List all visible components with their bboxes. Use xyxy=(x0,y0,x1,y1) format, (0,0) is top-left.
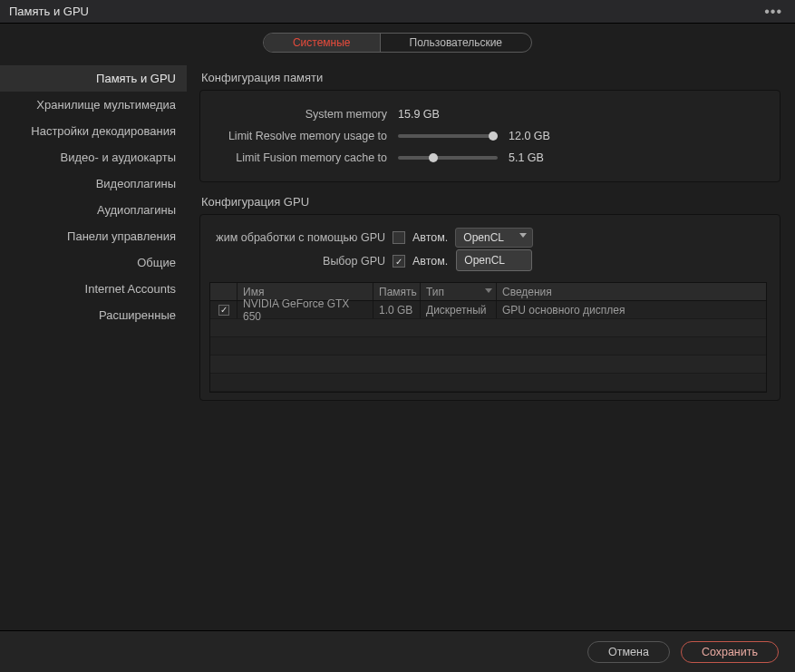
chevron-down-icon xyxy=(519,233,527,238)
sidebar-item-av-cards[interactable]: Видео- и аудиокарты xyxy=(0,144,187,170)
gpu-section-title: Конфигурация GPU xyxy=(201,195,780,209)
table-row-empty xyxy=(210,355,766,374)
gpu-table: Имя Память Тип Сведения NVIDIA GeForce G… xyxy=(209,282,767,393)
gpu-mode-auto-label: Автом. xyxy=(412,231,448,244)
resolve-limit-label: Limit Resolve memory usage to xyxy=(217,130,387,142)
system-memory-label: System memory xyxy=(217,108,387,121)
gpu-mode-dropdown[interactable]: OpenCL OpenCL xyxy=(455,228,533,248)
gpu-mode-label: жим обработки с помощью GPU xyxy=(209,231,385,244)
sort-icon xyxy=(485,288,492,293)
sidebar-item-advanced[interactable]: Расширенные xyxy=(0,302,187,328)
save-button[interactable]: Сохранить xyxy=(681,641,779,663)
main-content: Конфигурация памяти System memory 15.9 G… xyxy=(187,60,795,630)
col-info[interactable]: Сведения xyxy=(497,283,766,300)
footer: Отмена Сохранить xyxy=(0,630,795,672)
sidebar: Память и GPU Хранилище мультимедиа Настр… xyxy=(0,60,187,630)
cell-info: GPU основного дисплея xyxy=(497,301,766,318)
memory-section-title: Конфигурация памяти xyxy=(201,71,780,84)
gpu-select-label: Выбор GPU xyxy=(209,255,385,268)
tab-user[interactable]: Пользовательские xyxy=(380,34,532,52)
gpu-mode-option-opencl[interactable]: OpenCL xyxy=(457,250,531,270)
system-memory-value: 15.9 GB xyxy=(398,108,440,121)
memory-panel: System memory 15.9 GB Limit Resolve memo… xyxy=(199,90,780,182)
gpu-select-auto-checkbox[interactable] xyxy=(393,255,405,268)
gpu-table-header: Имя Память Тип Сведения xyxy=(210,283,766,301)
fusion-limit-slider[interactable] xyxy=(398,156,498,160)
segmented-tabs: Системные Пользовательские xyxy=(263,33,532,53)
resolve-limit-slider[interactable] xyxy=(398,134,498,138)
window-title: Память и GPU xyxy=(9,5,89,18)
gpu-select-auto-label: Автом. xyxy=(412,255,448,268)
cancel-button[interactable]: Отмена xyxy=(587,641,670,663)
gpu-mode-dropdown-value: OpenCL xyxy=(463,231,504,244)
col-name[interactable]: Имя xyxy=(238,283,373,300)
menu-dots-icon[interactable]: ••• xyxy=(761,4,786,20)
gpu-panel: жим обработки с помощью GPU Автом. OpenC… xyxy=(199,214,780,401)
cell-type: Дискретный xyxy=(421,301,497,318)
gpu-mode-dropdown-menu: OpenCL xyxy=(456,249,532,271)
cell-name: NVIDIA GeForce GTX 650 xyxy=(238,301,373,318)
col-type[interactable]: Тип xyxy=(421,283,497,300)
fusion-limit-value: 5.1 GB xyxy=(509,151,544,164)
gpu-mode-auto-checkbox[interactable] xyxy=(393,231,405,244)
sidebar-item-general[interactable]: Общие xyxy=(0,249,187,276)
resolve-limit-value: 12.0 GB xyxy=(509,130,550,142)
sidebar-item-audio-plugins[interactable]: Аудиоплагины xyxy=(0,197,187,223)
tab-system[interactable]: Системные xyxy=(264,34,380,52)
sidebar-item-media-storage[interactable]: Хранилище мультимедиа xyxy=(0,92,187,118)
sidebar-item-video-plugins[interactable]: Видеоплагины xyxy=(0,170,187,197)
fusion-limit-label: Limit Fusion memory cache to xyxy=(217,151,387,164)
titlebar: Память и GPU ••• xyxy=(0,0,795,24)
tabstrip: Системные Пользовательские xyxy=(0,24,795,60)
sidebar-item-memory-gpu[interactable]: Память и GPU xyxy=(0,65,187,92)
table-row-empty xyxy=(210,337,766,355)
table-row[interactable]: NVIDIA GeForce GTX 650 1.0 GB Дискретный… xyxy=(210,301,766,319)
sidebar-item-control-panels[interactable]: Панели управления xyxy=(0,223,187,249)
table-row-empty xyxy=(210,374,766,392)
row-checkbox[interactable] xyxy=(218,305,229,316)
sidebar-item-internet-accounts[interactable]: Internet Accounts xyxy=(0,276,187,302)
col-memory[interactable]: Память xyxy=(373,283,421,300)
col-check[interactable] xyxy=(210,283,238,300)
sidebar-item-decode[interactable]: Настройки декодирования xyxy=(0,118,187,144)
cell-memory: 1.0 GB xyxy=(373,301,421,318)
